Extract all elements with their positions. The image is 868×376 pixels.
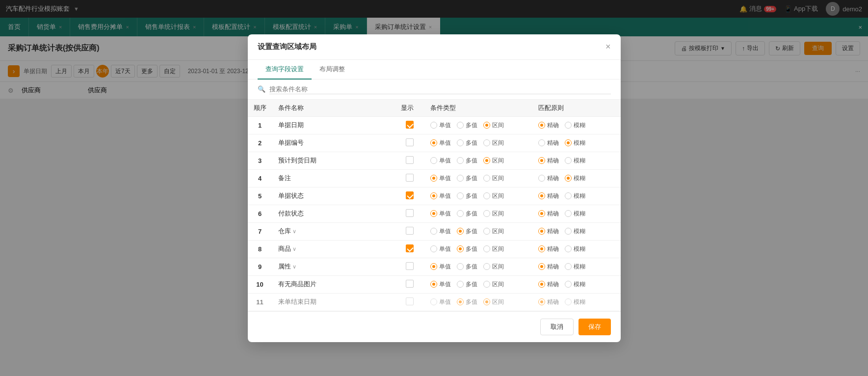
- tab-fields-label: 查询字段设置: [265, 65, 304, 73]
- search-icon: 🔍: [258, 85, 265, 93]
- modal-tabs: 查询字段设置 布局调整: [248, 60, 621, 80]
- modal-header: 设置查询区域布局 ×: [248, 34, 621, 60]
- tab-fields[interactable]: 查询字段设置: [258, 60, 312, 80]
- tab-layout[interactable]: 布局调整: [312, 60, 353, 80]
- modal-search: 🔍: [248, 80, 621, 99]
- modal-overlay[interactable]: 设置查询区域布局 × 查询字段设置 布局调整 🔍 顺序: [0, 0, 868, 99]
- modal-close-button[interactable]: ×: [605, 42, 611, 51]
- tab-layout-label: 布局调整: [319, 65, 345, 73]
- modal-title: 设置查询区域布局: [258, 42, 316, 52]
- settings-modal: 设置查询区域布局 × 查询字段设置 布局调整 🔍 顺序: [248, 34, 621, 99]
- condition-search-input[interactable]: [269, 84, 611, 94]
